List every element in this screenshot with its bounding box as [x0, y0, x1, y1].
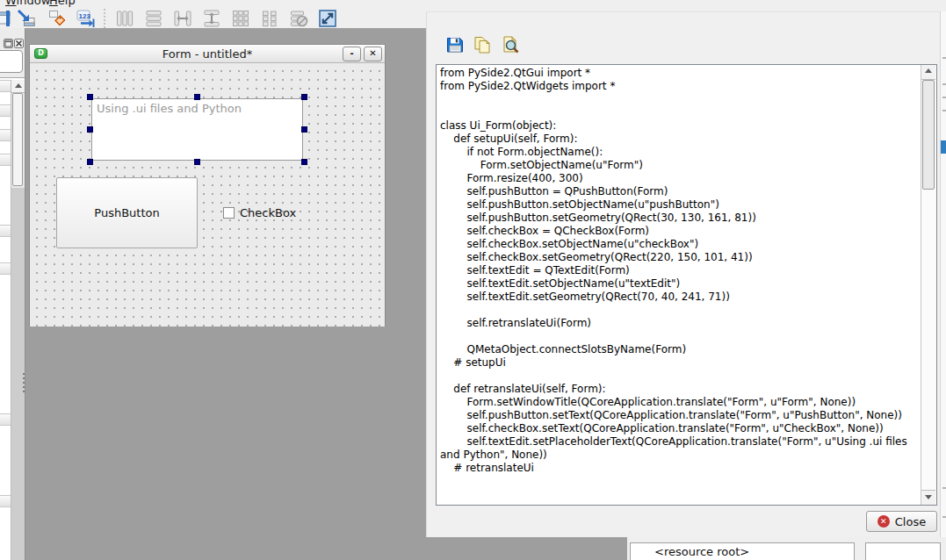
layout-form-icon	[259, 8, 280, 29]
panel-edge-mark	[942, 110, 946, 111]
widget-filter-input[interactable]	[0, 50, 23, 73]
break-layout-button	[286, 6, 311, 31]
check-box-widget[interactable]: CheckBox	[223, 195, 312, 231]
save-icon	[444, 34, 466, 55]
resource-root-item[interactable]: <resource root>	[631, 543, 854, 558]
close-button-label: Close	[895, 515, 926, 528]
selection-handle[interactable]	[87, 159, 93, 165]
adjust-size-button[interactable]	[315, 6, 340, 31]
widget-box-list	[0, 77, 25, 560]
form-title: Form - untitled*	[30, 47, 385, 61]
splitter-handle[interactable]	[22, 373, 25, 394]
dock-close-icon	[15, 39, 23, 47]
edit-tab-order-button[interactable]: 123	[73, 6, 97, 31]
edit-widgets-icon	[0, 8, 12, 29]
layout-horizontally-splitter-button	[170, 6, 195, 31]
break-layout-icon	[288, 8, 309, 29]
scroll-up-icon	[925, 68, 932, 73]
copy-button[interactable]	[471, 33, 494, 56]
edit-buddies-icon	[47, 8, 68, 29]
layout-vertically-splitter-button	[199, 6, 224, 31]
copy-icon	[472, 34, 493, 55]
selection-handle[interactable]	[301, 159, 307, 165]
layout-vertically-icon	[143, 8, 164, 29]
layout-horizontally-icon	[114, 8, 135, 29]
code-view[interactable]: from PySide2.QtGui import * from PySide2…	[436, 64, 937, 506]
close-circle-icon: ✕	[877, 515, 890, 528]
selection-handle[interactable]	[87, 126, 93, 133]
panel-edge-mark	[942, 487, 946, 489]
right-panel-edge	[940, 11, 946, 560]
scroll-down-button[interactable]	[921, 490, 935, 505]
form-canvas[interactable]: Using .ui files and Python PushButton Ch…	[30, 63, 385, 327]
code-scrollbar[interactable]	[921, 65, 936, 505]
form-minimize-button[interactable]: -	[343, 47, 361, 61]
scrollbar-thumb[interactable]	[12, 93, 23, 186]
scroll-up-button[interactable]	[921, 65, 935, 80]
selection-handle[interactable]	[301, 94, 307, 100]
layout-grid-icon	[230, 8, 251, 29]
selection-handle[interactable]	[301, 126, 307, 133]
panel-edge-mark	[942, 83, 946, 85]
preview-find-icon	[500, 34, 521, 55]
layout-horizontally-button	[112, 6, 137, 31]
resource-list-pane	[865, 542, 941, 560]
form-titlebar[interactable]: D Form - untitled* - ✕	[30, 45, 385, 63]
edit-widgets-button[interactable]	[0, 6, 14, 31]
panel-edge-mark	[942, 97, 946, 98]
scroll-up-icon	[15, 83, 22, 88]
code-preview-dialog: from PySide2.QtGui import * from PySide2…	[426, 11, 940, 537]
layout-form-button	[257, 6, 282, 31]
layout-horizontally-splitter-icon	[172, 8, 193, 29]
panel-edge-mark	[942, 57, 946, 59]
text-edit-widget[interactable]: Using .ui files and Python	[91, 98, 303, 161]
code-text[interactable]: from PySide2.QtGui import * from PySide2…	[437, 65, 921, 477]
scrollbar-thumb[interactable]	[922, 80, 935, 190]
preview-find-button[interactable]	[499, 33, 522, 56]
layout-vertically-splitter-icon	[201, 8, 222, 29]
layout-vertically-button	[141, 6, 166, 31]
panel-edge-selection	[941, 140, 946, 154]
form-window: D Form - untitled* - ✕ Using .ui files a…	[29, 44, 386, 327]
push-button-widget[interactable]: PushButton	[56, 177, 198, 248]
selection-handle[interactable]	[87, 94, 93, 100]
resource-tree-pane: <resource root>	[630, 542, 855, 560]
scroll-up-button[interactable]	[11, 80, 25, 93]
panel-edge-mark	[942, 516, 946, 518]
edit-signals-slots-button[interactable]	[14, 6, 39, 31]
adjust-size-icon	[317, 8, 338, 29]
dock-float-button[interactable]	[4, 39, 13, 48]
checkbox-label: CheckBox	[240, 206, 296, 219]
text-edit-placeholder: Using .ui files and Python	[91, 98, 303, 161]
tab-order-123-text: 123	[79, 12, 91, 20]
scroll-down-icon	[925, 495, 932, 499]
edit-buddies-button[interactable]	[45, 6, 69, 31]
resource-browser: <resource root>	[627, 537, 946, 560]
widget-box-scrollbar[interactable]	[11, 80, 25, 560]
dock-close-button[interactable]	[14, 39, 24, 48]
selection-handle[interactable]	[194, 94, 200, 100]
selection-handle[interactable]	[194, 159, 200, 165]
edit-signals-slots-icon	[16, 8, 37, 29]
toolbar-separator	[104, 9, 105, 28]
dock-float-icon	[4, 39, 12, 47]
close-button[interactable]: ✕ Close	[866, 511, 937, 532]
layout-grid-button	[228, 6, 253, 31]
widget-box-panel	[0, 28, 25, 560]
form-close-button[interactable]: ✕	[364, 47, 382, 61]
save-button[interactable]	[444, 33, 466, 56]
edit-tab-order-icon: 123	[75, 8, 96, 29]
checkbox-indicator[interactable]	[223, 207, 235, 219]
